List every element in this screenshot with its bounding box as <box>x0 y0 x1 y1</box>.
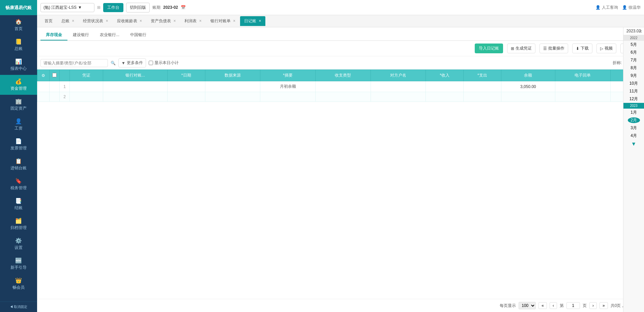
tab-close-receivables[interactable]: × <box>140 19 142 23</box>
tab-bank-statement[interactable]: 银行对账单 × <box>206 16 239 26</box>
tab-label: 银行对账单 <box>210 19 231 23</box>
sidebar-item-sales-ledger[interactable]: 📋 进销台账 <box>0 154 37 174</box>
month-2023-3[interactable]: 3月 <box>623 124 644 132</box>
tab-close-assets-liabilities[interactable]: × <box>173 19 176 23</box>
month-2023-1[interactable]: 1月 <box>623 109 644 116</box>
sidebar-item-home[interactable]: 🏠 首页 <box>0 15 37 35</box>
tab-assets-liabilities[interactable]: 资产负债表 × <box>147 16 180 26</box>
first-page-button[interactable]: « <box>538 302 547 309</box>
sidebar-item-salary[interactable]: 👤 工资 <box>0 115 37 135</box>
tab-close-bank-statement[interactable]: × <box>233 19 235 23</box>
tab-close-general-ledger[interactable]: × <box>72 19 74 23</box>
batch-operation-button[interactable]: ☰ 批量操作 <box>539 44 568 53</box>
support-link[interactable]: 👤 人工客询 <box>595 5 618 10</box>
daily-total-checkbox[interactable] <box>149 61 153 65</box>
month-5[interactable]: 5月 <box>623 41 644 49</box>
sidebar-item-label: 税务管理 <box>10 185 27 191</box>
searchbar: 🔍 ▼ 更多条件 显示本日小计 折称: 人民币 ▼ <box>37 56 644 69</box>
company-dropdown-icon: ▼ <box>78 5 82 10</box>
month-9-label: 9月 <box>631 73 637 79</box>
tab-close-profit[interactable]: × <box>199 19 202 23</box>
guide-icon: 🆕 <box>15 257 22 264</box>
month-12[interactable]: 12月 <box>623 95 644 103</box>
period-value[interactable]: 2023-02 <box>163 5 178 10</box>
sidebar-item-tax-mgmt[interactable]: 🔖 税务管理 <box>0 174 37 194</box>
sidebar-item-fixed-assets[interactable]: 🏢 固定资产 <box>0 95 37 115</box>
th-settings[interactable]: ⚙ <box>37 70 50 81</box>
per-page-select[interactable]: 100 50 200 <box>519 302 536 309</box>
daily-total-checkbox-label[interactable]: 显示本日小计 <box>149 60 179 66</box>
sidebar-item-label: 总账 <box>14 46 23 52</box>
search-input[interactable] <box>40 59 108 67</box>
sales-icon: 📋 <box>15 158 22 164</box>
last-page-button[interactable]: » <box>599 302 608 309</box>
sidebar-item-label: 发票管理 <box>10 145 27 151</box>
ledger-icon: 📒 <box>15 38 22 45</box>
sidebar-item-archive-mgmt[interactable]: 🗂️ 归档管理 <box>0 214 37 234</box>
month-11[interactable]: 11月 <box>623 87 644 95</box>
subtab-china-bank[interactable]: 中国银行 <box>125 30 152 40</box>
date-panel: 2023.02 ✕ 2022 5月 6月 7月 8月 9月 10月 11月 12… <box>623 27 644 312</box>
tab-business-status[interactable]: 经营状况表 × <box>79 16 112 26</box>
sidebar-item-invoice-mgmt[interactable]: 📄 发票管理 <box>0 135 37 154</box>
sidebar-item-label: 新手引导 <box>10 265 27 271</box>
tax-icon: 🔖 <box>15 178 22 184</box>
td-counterpart <box>371 92 426 102</box>
next-page-button[interactable]: › <box>589 302 597 309</box>
user-menu[interactable]: 👤 徐温华 <box>622 5 641 10</box>
subtab-cash[interactable]: 库存现金 <box>40 30 67 40</box>
period-label: 账期 <box>152 5 160 10</box>
sidebar-item-settings[interactable]: ⚙️ 设置 <box>0 234 37 254</box>
subtab-construction-bank[interactable]: 建设银行 <box>67 30 94 40</box>
tab-receivables[interactable]: 应收账龄表 × <box>113 16 146 26</box>
sidebar-item-label: 资金管理 <box>10 86 27 91</box>
tab-general-ledger[interactable]: 总账 × <box>57 16 78 26</box>
tab-journal[interactable]: 日记账 × <box>240 16 265 26</box>
report-icon: 📊 <box>15 58 22 65</box>
month-2023-2[interactable]: 2月 <box>623 116 644 124</box>
sidebar-item-label: 首页 <box>14 26 23 32</box>
select-all-checkbox[interactable] <box>52 73 57 77</box>
month-6[interactable]: 6月 <box>623 49 644 56</box>
unpin-sidebar-button[interactable]: ◀ 取消固定 <box>0 302 37 312</box>
sidebar-item-vip[interactable]: 👑 畅会员 <box>0 274 37 294</box>
workspace-button[interactable]: 工作台 <box>103 3 123 12</box>
th-checkbox[interactable] <box>50 70 60 81</box>
video-button[interactable]: ▷ 视频 <box>596 44 616 53</box>
tab-close-journal[interactable]: × <box>259 19 261 23</box>
settings-icon: ⚙️ <box>15 237 22 244</box>
td-checkbox <box>50 81 60 92</box>
month-8[interactable]: 8月 <box>623 64 644 72</box>
company-selector[interactable]: (勉) 江西超宝-LSS ▼ <box>40 3 94 12</box>
sidebar-item-general-ledger[interactable]: 📒 总账 <box>0 35 37 55</box>
search-icon[interactable]: 🔍 <box>111 61 116 65</box>
month-2023-4[interactable]: 4月 <box>623 132 644 140</box>
tab-label: 日记账 <box>244 19 256 23</box>
page-number-input[interactable] <box>566 302 580 309</box>
sidebar: 畅康通易代账 🏠 首页 📒 总账 📊 报表中心 💰 资金管理 🏢 固定资产 👤 … <box>0 0 37 312</box>
prev-page-button[interactable]: ‹ <box>550 302 557 309</box>
filter-button[interactable]: ▼ 更多条件 <box>118 58 146 67</box>
download-icon: ⬇ <box>576 46 579 51</box>
oldver-button[interactable]: 切到旧版 <box>126 3 150 12</box>
copy-icon[interactable]: ⊞ <box>97 5 100 10</box>
month-9[interactable]: 9月 <box>623 72 644 80</box>
tab-close-business-status[interactable]: × <box>106 19 108 23</box>
subtab-agricultural-bank[interactable]: 农业银行... <box>94 30 125 40</box>
date-panel-close-button[interactable]: ✕ <box>639 29 643 34</box>
tab-home[interactable]: 首页 <box>40 16 57 26</box>
month-10[interactable]: 10月 <box>623 80 644 87</box>
sidebar-item-fund-mgmt[interactable]: 💰 资金管理 <box>0 75 37 95</box>
month-7[interactable]: 7月 <box>623 56 644 64</box>
generate-voucher-button[interactable]: ⊞ 生成凭证 <box>507 44 535 53</box>
tab-profit[interactable]: 利润表 × <box>180 16 205 26</box>
sidebar-item-new-guide[interactable]: 🆕 新手引导 <box>0 254 37 274</box>
batch-icon: ☰ <box>543 46 547 51</box>
import-journal-button[interactable]: 导入日记账 <box>475 44 503 53</box>
download-button[interactable]: ⬇ 下载 <box>572 44 592 53</box>
tab-label: 利润表 <box>184 19 197 23</box>
scroll-down-button[interactable]: ▼ <box>623 140 644 148</box>
sidebar-item-settlement[interactable]: 📑 结账 <box>0 194 37 214</box>
sidebar-item-report-center[interactable]: 📊 报表中心 <box>0 55 37 75</box>
calendar-icon[interactable]: 📅 <box>181 5 186 10</box>
